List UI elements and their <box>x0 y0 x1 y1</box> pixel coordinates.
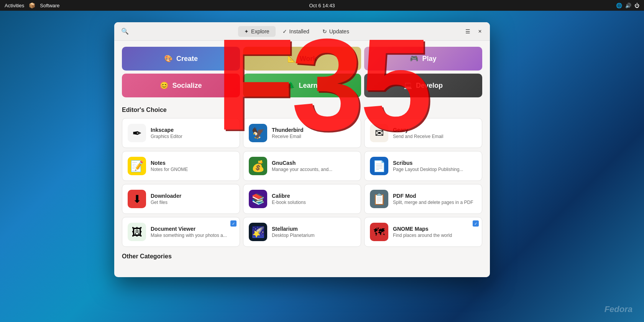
categories-grid: 🎨 Create 📐 Work 🎮 Play 😊 Socialize 🌲 Lea… <box>122 47 482 97</box>
app-desc-gnomemaps: Find places around the world <box>393 233 476 238</box>
app-card-downloader[interactable]: ⬇DownloaderGet files <box>122 184 240 214</box>
app-desc-pdfmod: Split, merge and delete pages in a PDF <box>393 200 476 205</box>
app-card-calibre[interactable]: 📚CalibreE-book solutions <box>243 184 361 214</box>
app-card-inkscape[interactable]: ✒InkscapeGraphics Editor <box>122 118 240 148</box>
tab-updates[interactable]: ↻ Updates <box>316 26 355 37</box>
work-icon: 📐 <box>288 54 296 63</box>
other-categories-title: Other Categories <box>122 253 482 260</box>
learn-icon: 🌲 <box>286 81 295 90</box>
software-center-window: 🔍 ✦ Explore ✓ Installed ↻ Updates ☰ ✕ <box>114 22 490 277</box>
app-card-geary[interactable]: ✉GearySend and Receive Email <box>364 118 482 148</box>
category-socialize[interactable]: 😊 Socialize <box>122 74 240 97</box>
explore-tab-icon: ✦ <box>244 28 249 34</box>
app-name-calibre: Calibre <box>272 193 355 199</box>
fedora-mark: Fedora <box>605 304 632 314</box>
category-learn[interactable]: 🌲 Learn <box>243 74 361 97</box>
app-card-docviewer[interactable]: 🖼Document ViewerMake something with your… <box>122 217 240 247</box>
topbar: Activities 📦 Software Oct 6 14:43 🌐 🔊 ⏻ <box>0 0 644 11</box>
menu-icon: ☰ <box>465 28 470 34</box>
app-name-gnucash: GnuCash <box>272 160 355 166</box>
app-card-pdfmod[interactable]: 📋PDF ModSplit, merge and delete pages in… <box>364 184 482 214</box>
app-icon-scribus: 📄 <box>370 157 388 175</box>
app-name-downloader: Downloader <box>151 193 234 199</box>
app-desc-downloader: Get files <box>151 200 234 205</box>
app-icon-gnomemaps: 🗺 <box>370 223 388 241</box>
learn-label: Learn <box>299 82 317 90</box>
app-desc-scribus: Page Layout Desktop Publishing... <box>393 167 476 172</box>
app-card-notes[interactable]: 📝NotesNotes for GNOME <box>122 151 240 181</box>
app-name-docviewer: Document Viewer <box>151 226 234 232</box>
socialize-icon: 😊 <box>160 81 168 90</box>
app-icon-pdfmod: 📋 <box>370 190 388 208</box>
menu-button[interactable]: ☰ <box>462 26 473 37</box>
app-icon-calibre: 📚 <box>249 190 267 208</box>
app-icon-inkscape: ✒ <box>128 124 146 142</box>
tab-installed[interactable]: ✓ Installed <box>276 26 315 37</box>
app-info-notes: NotesNotes for GNOME <box>151 160 234 172</box>
installed-tab-label: Installed <box>289 28 309 34</box>
app-name-scribus: Scribus <box>393 160 476 166</box>
app-card-thunderbird[interactable]: 🦅ThunderbirdReceive Email <box>243 118 361 148</box>
power-icon: ⏻ <box>634 3 639 8</box>
app-name-inkscape: Inkscape <box>151 127 234 133</box>
create-label: Create <box>176 55 198 63</box>
tab-explore[interactable]: ✦ Explore <box>238 26 275 37</box>
window-actions: ☰ ✕ <box>462 26 485 37</box>
installed-badge-gnomemaps: ✓ <box>473 220 479 227</box>
develop-icon: 💻 <box>404 81 412 90</box>
category-develop[interactable]: 💻 Develop <box>364 74 482 97</box>
updates-tab-label: Updates <box>329 28 349 34</box>
work-label: Work <box>300 55 317 63</box>
app-icon-stellarium: 🌠 <box>249 223 267 241</box>
installed-badge-docviewer: ✓ <box>230 220 237 227</box>
app-card-gnucash[interactable]: 💰GnuCashManage your accounts, and... <box>243 151 361 181</box>
app-name-stellarium: Stellarium <box>272 226 355 232</box>
category-play[interactable]: 🎮 Play <box>364 47 482 71</box>
app-info-pdfmod: PDF ModSplit, merge and delete pages in … <box>393 193 476 205</box>
app-desc-thunderbird: Receive Email <box>272 134 355 139</box>
app-info-gnomemaps: GNOME MapsFind places around the world <box>393 226 476 238</box>
window-content: 🎨 Create 📐 Work 🎮 Play 😊 Socialize 🌲 Lea… <box>114 41 490 277</box>
app-info-inkscape: InkscapeGraphics Editor <box>151 127 234 139</box>
app-desc-gnucash: Manage your accounts, and... <box>272 167 355 172</box>
create-icon: 🎨 <box>164 54 172 63</box>
app-card-stellarium[interactable]: 🌠StellariumDesktop Planetarium <box>243 217 361 247</box>
network-icon: 🌐 <box>616 3 622 8</box>
header-tabs: ✦ Explore ✓ Installed ↻ Updates <box>134 26 459 37</box>
app-info-gnucash: GnuCashManage your accounts, and... <box>272 160 355 172</box>
app-desc-calibre: E-book solutions <box>272 200 355 205</box>
close-button[interactable]: ✕ <box>475 26 485 37</box>
app-info-geary: GearySend and Receive Email <box>393 127 476 139</box>
search-icon: 🔍 <box>121 28 129 35</box>
app-info-calibre: CalibreE-book solutions <box>272 193 355 205</box>
search-button[interactable]: 🔍 <box>119 25 131 38</box>
app-desc-inkscape: Graphics Editor <box>151 134 234 139</box>
app-name-geary: Geary <box>393 127 476 133</box>
app-icon-docviewer: 🖼 <box>128 223 146 241</box>
app-icon-notes: 📝 <box>128 157 146 175</box>
close-icon: ✕ <box>478 29 482 34</box>
develop-label: Develop <box>416 82 443 90</box>
app-name-thunderbird: Thunderbird <box>272 127 355 133</box>
app-icon-thunderbird: 🦅 <box>249 124 267 142</box>
app-info-stellarium: StellariumDesktop Planetarium <box>272 226 355 238</box>
topbar-datetime: Oct 6 14:43 <box>309 3 335 8</box>
app-icon-downloader: ⬇ <box>128 190 146 208</box>
app-info-scribus: ScribusPage Layout Desktop Publishing... <box>393 160 476 172</box>
app-card-gnomemaps[interactable]: 🗺GNOME MapsFind places around the world✓ <box>364 217 482 247</box>
app-icon-geary: ✉ <box>370 124 388 142</box>
activities-button[interactable]: Activities <box>5 3 24 8</box>
app-desc-stellarium: Desktop Planetarium <box>272 233 355 238</box>
topbar-app-name[interactable]: Software <box>40 3 59 8</box>
window-header: 🔍 ✦ Explore ✓ Installed ↻ Updates ☰ ✕ <box>114 22 490 41</box>
category-work[interactable]: 📐 Work <box>243 47 361 71</box>
app-desc-docviewer: Make something with your photos a... <box>151 233 234 238</box>
app-card-scribus[interactable]: 📄ScribusPage Layout Desktop Publishing..… <box>364 151 482 181</box>
app-icon-gnucash: 💰 <box>249 157 267 175</box>
app-desc-geary: Send and Receive Email <box>393 134 476 139</box>
app-info-thunderbird: ThunderbirdReceive Email <box>272 127 355 139</box>
installed-tab-icon: ✓ <box>283 28 287 34</box>
updates-tab-icon: ↻ <box>322 28 327 34</box>
play-icon: 🎮 <box>410 54 418 63</box>
category-create[interactable]: 🎨 Create <box>122 47 240 71</box>
